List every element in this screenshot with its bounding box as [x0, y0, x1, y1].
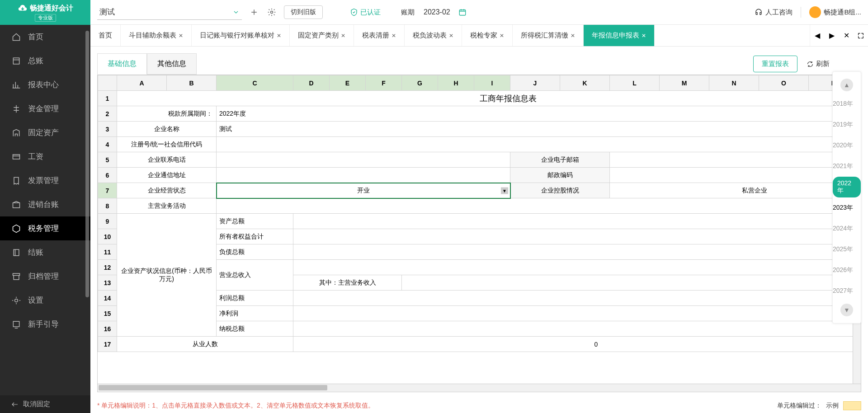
- tab[interactable]: 斗目辅助余额表✕: [121, 25, 192, 46]
- calendar-icon[interactable]: [457, 7, 468, 18]
- tab-next-button[interactable]: ▶: [825, 25, 839, 46]
- tab-prev-button[interactable]: ◀: [810, 25, 825, 46]
- close-icon[interactable]: ✕: [500, 33, 504, 39]
- year-item[interactable]: 2024年: [833, 218, 861, 239]
- sidebar-item-close-books[interactable]: 结账: [0, 240, 90, 264]
- close-icon[interactable]: ✕: [277, 33, 281, 39]
- refresh-button[interactable]: 刷新: [807, 60, 830, 68]
- tab-other-info[interactable]: 其他信息: [147, 53, 197, 75]
- headset-icon: [755, 8, 763, 16]
- guide-icon: [11, 319, 21, 329]
- period-value[interactable]: 2023-02: [424, 8, 450, 16]
- sidebar-item-building[interactable]: 固定资产: [0, 121, 90, 145]
- col-head[interactable]: C: [217, 75, 293, 91]
- close-icon[interactable]: ✕: [642, 33, 646, 39]
- company-select[interactable]: 测试: [97, 5, 242, 20]
- building-icon: [11, 128, 21, 138]
- topbar: 测试 切到旧版 已认证 账期 2023-02 人工咨询 畅捷通B组...: [90, 0, 868, 25]
- sidebar-item-chart[interactable]: 报表中心: [0, 73, 90, 97]
- sidebar: 畅捷通好会计 专业版 首页总账报表中心资金管理固定资产工资发票管理进销台账税务管…: [0, 0, 90, 413]
- sidebar-item-archive[interactable]: 归档管理: [0, 264, 90, 288]
- svg-point-0: [271, 11, 273, 14]
- tax-icon: [11, 224, 21, 234]
- year-item[interactable]: 2020年: [833, 135, 861, 156]
- col-head[interactable]: B: [167, 75, 217, 91]
- tab-close-button[interactable]: ✕: [839, 25, 854, 46]
- col-head[interactable]: J: [510, 75, 560, 91]
- year-item[interactable]: 2021年: [833, 156, 861, 177]
- year-item[interactable]: 2025年: [833, 239, 861, 260]
- close-icon[interactable]: ✕: [179, 33, 183, 39]
- col-head[interactable]: M: [660, 75, 709, 91]
- funds-icon: [11, 104, 21, 114]
- spreadsheet[interactable]: ABCDEFGHIJKLMNOPQ 1工商年报信息表 2税款所属期间：2022年…: [97, 75, 861, 392]
- switch-version-button[interactable]: 切到旧版: [284, 5, 323, 19]
- year-down-button[interactable]: ▼: [840, 304, 853, 316]
- tab[interactable]: 税表清册✕: [354, 25, 405, 46]
- sidebar-item-ledger[interactable]: 总账: [0, 49, 90, 73]
- sidebar-item-inventory[interactable]: 进销台账: [0, 192, 90, 216]
- sheet-hscrollbar[interactable]: [98, 384, 861, 392]
- tabbar: 首页斗目辅助余额表✕日记账与银行对账单核对✕固定资产类别✕税表清册✕税负波动表✕…: [90, 25, 868, 47]
- add-button[interactable]: [249, 7, 259, 18]
- active-cell[interactable]: 开业▼: [217, 183, 510, 198]
- inventory-icon: [11, 200, 21, 210]
- content: 基础信息 其他信息 重置报表 刷新 ABCDEFGHIJKLMNOPQ 1工商年…: [90, 47, 868, 413]
- edited-swatch: [843, 401, 861, 410]
- sidebar-item-tax[interactable]: 税务管理: [0, 216, 90, 240]
- sheet-title: 工商年报信息表: [117, 91, 862, 106]
- sidebar-item-invoice[interactable]: 发票管理: [0, 169, 90, 192]
- verified-badge: 已认证: [350, 8, 381, 17]
- sidebar-pin-toggle[interactable]: 取消固定: [0, 395, 90, 413]
- pin-icon: [11, 401, 19, 408]
- tab[interactable]: 日记账与银行对账单核对✕: [192, 25, 290, 46]
- fullscreen-button[interactable]: [854, 25, 868, 46]
- col-head[interactable]: H: [438, 75, 474, 91]
- sidebar-item-home[interactable]: 首页: [0, 25, 90, 49]
- tab[interactable]: 税负波动表✕: [405, 25, 462, 46]
- tab-basic-info[interactable]: 基础信息: [97, 53, 147, 75]
- sidebar-item-funds[interactable]: 资金管理: [0, 97, 90, 121]
- close-icon[interactable]: ✕: [341, 33, 345, 39]
- col-head[interactable]: L: [610, 75, 660, 91]
- year-item[interactable]: 2027年: [833, 281, 861, 301]
- col-head[interactable]: I: [474, 75, 510, 91]
- sidebar-scrollbar[interactable]: [85, 31, 89, 297]
- col-head[interactable]: F: [366, 75, 402, 91]
- sidebar-item-guide[interactable]: 新手引导: [0, 312, 90, 336]
- col-head[interactable]: E: [330, 75, 366, 91]
- col-head[interactable]: O: [759, 75, 809, 91]
- tab[interactable]: 所得税汇算清缴✕: [513, 25, 584, 46]
- chart-icon: [11, 80, 21, 90]
- col-head[interactable]: K: [560, 75, 610, 91]
- year-item[interactable]: 2019年: [833, 114, 861, 135]
- tab[interactable]: 年报信息申报表✕: [584, 25, 655, 46]
- reset-report-button[interactable]: 重置报表: [753, 56, 797, 72]
- year-item[interactable]: 2022年: [833, 177, 861, 197]
- close-icon[interactable]: ✕: [571, 33, 575, 39]
- year-item[interactable]: 2026年: [833, 260, 861, 281]
- tab[interactable]: 税检专家✕: [462, 25, 513, 46]
- close-icon[interactable]: ✕: [449, 33, 453, 39]
- sheet-corner[interactable]: [98, 75, 117, 91]
- user-menu[interactable]: 畅捷通B组...: [809, 6, 861, 18]
- close-icon[interactable]: ✕: [392, 33, 396, 39]
- tab[interactable]: 固定资产类别✕: [290, 25, 354, 46]
- row-head-1[interactable]: 1: [98, 91, 117, 106]
- shield-icon: [350, 8, 358, 16]
- edit-hint: * 单元格编辑说明：1、点击单元格直接录入数值或文本。2、清空单元格数值或文本恢…: [97, 402, 374, 410]
- year-item[interactable]: 2023年: [833, 197, 861, 218]
- year-up-button[interactable]: ▲: [840, 79, 853, 91]
- year-item[interactable]: 2018年: [833, 94, 861, 114]
- invoice-icon: [11, 176, 21, 186]
- col-head[interactable]: N: [709, 75, 759, 91]
- sidebar-item-settings[interactable]: 设置: [0, 288, 90, 312]
- sidebar-item-salary[interactable]: 工资: [0, 145, 90, 169]
- col-head[interactable]: A: [117, 75, 167, 91]
- support-button[interactable]: 人工咨询: [755, 8, 793, 17]
- tab[interactable]: 首页: [90, 25, 121, 46]
- dropdown-arrow-icon[interactable]: ▼: [501, 187, 508, 194]
- col-head[interactable]: G: [402, 75, 438, 91]
- col-head[interactable]: D: [293, 75, 330, 91]
- settings-gear-icon[interactable]: [266, 7, 277, 18]
